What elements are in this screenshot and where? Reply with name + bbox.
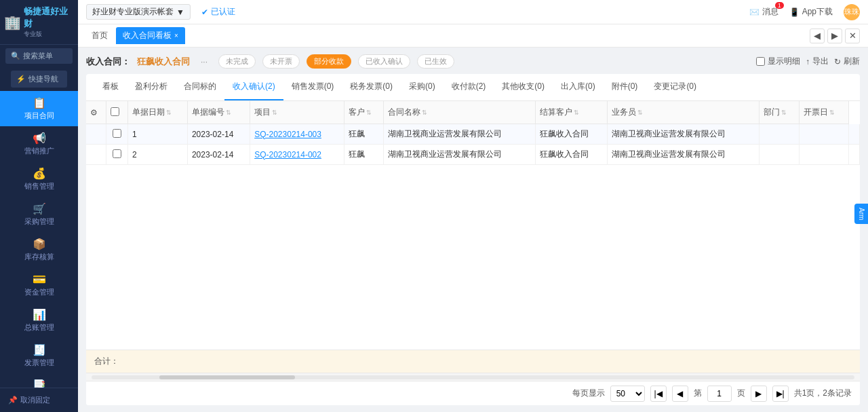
sidebar-menu: 📋项目合同📢营销推广💰销售管理🛒采购管理📦库存核算💳资金管理📊总账管理🧾发票管理… bbox=[0, 91, 78, 388]
contract-title: 狂飙收入合同 bbox=[137, 56, 190, 68]
panel-tab-payment[interactable]: 收付款(2) bbox=[443, 74, 494, 100]
status-no-invoice[interactable]: 未开票 bbox=[262, 54, 300, 69]
main-area: 好业财专业版演示帐套 ▼ ✔ 已认证 ✉️ 消息 1 📱 App下载 珠珠 bbox=[78, 0, 868, 412]
sort-project-icon[interactable]: ⇅ bbox=[272, 109, 277, 116]
sidebar-item-invoice[interactable]: 🧾发票管理 bbox=[0, 338, 78, 373]
sort-open-date-icon[interactable]: ⇅ bbox=[829, 109, 835, 116]
panel-tab-kanban[interactable]: 看板 bbox=[94, 74, 127, 100]
logo-text: 畅捷通好业财 bbox=[24, 5, 74, 30]
panel-tab-income_confirm[interactable]: 收入确认(2) bbox=[224, 74, 283, 100]
th-date: 单据日期⇅ bbox=[127, 101, 187, 124]
sidebar-item-tax[interactable]: 📑税务管理 bbox=[0, 373, 78, 388]
export-button[interactable]: ↑ 导出 bbox=[806, 56, 829, 67]
panel-tab-profit[interactable]: 盈利分析 bbox=[127, 74, 176, 100]
status-confirmed[interactable]: 已收入确认 bbox=[358, 54, 410, 69]
right-action-label: Arm bbox=[858, 208, 865, 220]
tab-prev-button[interactable]: ◀ bbox=[810, 29, 825, 43]
sidebar-icon-sales: 💰 bbox=[33, 167, 46, 180]
sidebar-item-project[interactable]: 📋项目合同 bbox=[0, 91, 78, 126]
sidebar-label-inventory: 库存核算 bbox=[24, 252, 54, 262]
page-input[interactable] bbox=[707, 386, 732, 402]
sort-date-icon[interactable]: ⇅ bbox=[166, 109, 172, 116]
status-partial[interactable]: 部分收款 bbox=[307, 54, 351, 69]
sort-contract-icon[interactable]: ⇅ bbox=[422, 109, 427, 116]
panel-tab-tax_invoice[interactable]: 税务发票(0) bbox=[342, 74, 401, 100]
select-all-checkbox[interactable] bbox=[111, 107, 119, 116]
sort-final-customer-icon[interactable]: ⇅ bbox=[574, 109, 579, 116]
sidebar-item-finance[interactable]: 💳资金管理 bbox=[0, 267, 78, 303]
app-download-button[interactable]: 📱 App下载 bbox=[789, 6, 833, 18]
search-menu-button[interactable]: 🔍 搜索菜单 bbox=[5, 48, 73, 64]
show-detail-checkbox[interactable]: 显示明细 bbox=[756, 56, 800, 67]
row-checkbox[interactable] bbox=[106, 145, 127, 165]
active-tab[interactable]: 收入合同看板 × bbox=[116, 27, 185, 44]
row-number[interactable]: SQ-20230214-003 bbox=[250, 124, 344, 145]
th-checkbox[interactable] bbox=[106, 101, 127, 124]
scrollbar-thumb[interactable] bbox=[159, 375, 295, 379]
sidebar-item-general[interactable]: 📊总账管理 bbox=[0, 303, 78, 338]
row-open-date bbox=[848, 124, 859, 145]
th-settings[interactable]: ⚙ bbox=[86, 101, 106, 124]
sort-department-icon[interactable]: ⇅ bbox=[781, 109, 787, 116]
panel-tab-sales_invoice[interactable]: 销售发票(0) bbox=[283, 74, 342, 100]
last-page-button[interactable]: ▶| bbox=[772, 386, 789, 402]
right-action-panel[interactable]: Arm bbox=[854, 204, 868, 224]
tab-close-button[interactable]: × bbox=[174, 32, 178, 39]
panel-tab-purchase[interactable]: 采购(0) bbox=[401, 74, 443, 100]
home-tab[interactable]: 首页 bbox=[86, 27, 113, 44]
pin-icon: 📌 bbox=[8, 396, 18, 405]
prev-page-button[interactable]: ◀ bbox=[672, 386, 688, 402]
table-header: ⚙ 单据日期⇅ 单据编号⇅ 项目⇅ 客户⇅ 合同名称⇅ 结算客户⇅ 业务员⇅ 部… bbox=[86, 101, 860, 124]
status-incomplete[interactable]: 未完成 bbox=[218, 54, 256, 69]
sidebar-search-area: 🔍 搜索菜单 bbox=[0, 45, 78, 67]
refresh-button[interactable]: ↻ 刷新 bbox=[834, 56, 860, 67]
panel-tab-attachment[interactable]: 附件(0) bbox=[604, 74, 646, 100]
tabbar: 首页 收入合同看板 × ◀ ▶ ✕ bbox=[78, 24, 868, 48]
sidebar-item-inventory[interactable]: 📦库存核算 bbox=[0, 232, 78, 267]
panel-tab-contract_standard[interactable]: 合同标的 bbox=[176, 74, 224, 100]
avatar-area[interactable]: 珠珠 bbox=[844, 4, 860, 20]
company-selector[interactable]: 好业财专业版演示帐套 ▼ bbox=[86, 4, 191, 20]
panel-tab-other_income[interactable]: 其他收支(0) bbox=[494, 74, 553, 100]
page-label-before: 第 bbox=[694, 388, 702, 399]
show-detail-input[interactable] bbox=[756, 57, 765, 66]
sidebar-item-sales[interactable]: 💰销售管理 bbox=[0, 162, 78, 197]
row-department bbox=[799, 124, 848, 145]
panel-tab-warehouse[interactable]: 出入库(0) bbox=[553, 74, 604, 100]
th-open-date: 开票日⇅ bbox=[799, 101, 848, 124]
status-effective[interactable]: 已生效 bbox=[417, 54, 454, 69]
next-page-button[interactable]: ▶ bbox=[751, 386, 767, 402]
message-badge: 1 bbox=[775, 2, 784, 9]
row-seq: 2 bbox=[127, 145, 187, 165]
sidebar-item-purchase[interactable]: 🛒采购管理 bbox=[0, 197, 78, 232]
header-actions: 显示明细 ↑ 导出 ↻ 刷新 bbox=[756, 56, 860, 67]
quick-nav-area: ⚡ 快捷导航 bbox=[0, 67, 78, 91]
sidebar-item-marketing[interactable]: 📢营销推广 bbox=[0, 126, 78, 162]
per-page-select[interactable]: 50 10 20 100 bbox=[610, 386, 645, 402]
row-final-customer: 湖南卫视商业运营发展有限公司 bbox=[607, 124, 759, 145]
horizontal-scrollbar[interactable] bbox=[86, 373, 860, 381]
first-page-button[interactable]: |◀ bbox=[650, 386, 667, 402]
row-contract: 狂飙收入合同 bbox=[536, 145, 607, 165]
sort-customer-icon[interactable]: ⇅ bbox=[366, 109, 372, 116]
contract-more-button[interactable]: ··· bbox=[197, 57, 212, 67]
table-row[interactable]: 2 2023-02-14 SQ-20230214-002 狂飙 湖南卫视商业运营… bbox=[86, 145, 860, 165]
quick-nav-button[interactable]: ⚡ 快捷导航 bbox=[11, 71, 67, 88]
table-container[interactable]: ⚙ 单据日期⇅ 单据编号⇅ 项目⇅ 客户⇅ 合同名称⇅ 结算客户⇅ 业务员⇅ 部… bbox=[86, 101, 860, 350]
row-department bbox=[799, 145, 848, 165]
refresh-icon: ↻ bbox=[834, 57, 841, 67]
cancel-pin-button[interactable]: 📌 取消固定 bbox=[4, 392, 74, 408]
tab-next-button[interactable]: ▶ bbox=[827, 29, 842, 43]
row-settings[interactable] bbox=[86, 145, 106, 165]
row-checkbox[interactable] bbox=[106, 124, 127, 145]
tab-close-all-button[interactable]: ✕ bbox=[845, 29, 860, 43]
panel-tab-change_log[interactable]: 变更记录(0) bbox=[646, 74, 705, 100]
row-number[interactable]: SQ-20230214-002 bbox=[250, 145, 344, 165]
sidebar-logo: 🏢 畅捷通好业财 专业版 bbox=[0, 0, 78, 45]
table-row[interactable]: 1 2023-02-14 SQ-20230214-003 狂飙 湖南卫视商业运营… bbox=[86, 124, 860, 145]
sort-salesperson-icon[interactable]: ⇅ bbox=[637, 109, 643, 116]
message-button[interactable]: ✉️ 消息 1 bbox=[749, 6, 778, 18]
sidebar-label-marketing: 营销推广 bbox=[24, 146, 54, 156]
sort-number-icon[interactable]: ⇅ bbox=[226, 109, 231, 116]
row-settings[interactable] bbox=[86, 124, 106, 145]
